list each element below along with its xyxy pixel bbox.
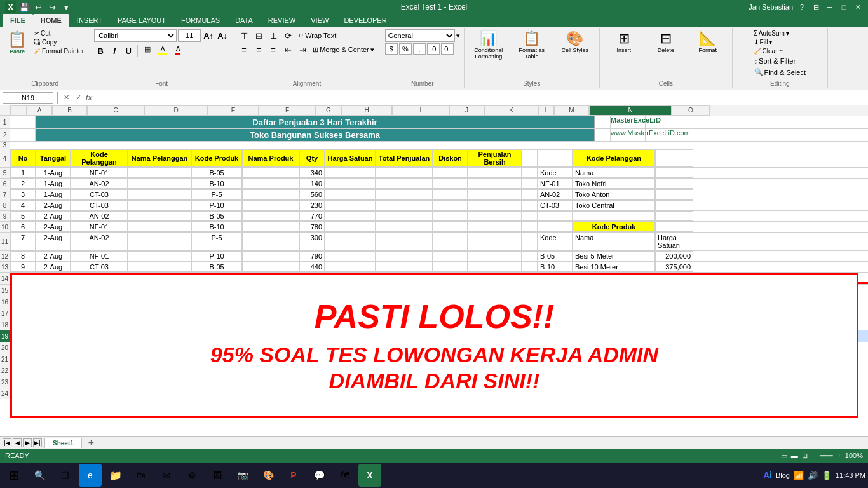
cell-C11[interactable]: AN-02 <box>71 233 128 250</box>
mail-button[interactable]: ✉ <box>155 464 178 487</box>
col-header-C[interactable]: C <box>87 105 144 116</box>
cell-L1[interactable] <box>595 116 611 128</box>
cell-K5[interactable] <box>468 168 522 178</box>
align-right-button[interactable]: ≡ <box>266 43 280 56</box>
col-header-I[interactable]: I <box>392 105 449 116</box>
cell-N13[interactable]: Besi 10 Meter <box>573 262 655 272</box>
cell-title-row2[interactable]: Toko Bangunan Sukses Bersama <box>36 129 595 141</box>
cell-M5-kode-lbl[interactable]: Kode <box>538 168 573 178</box>
align-middle-button[interactable]: ⊟ <box>252 29 266 42</box>
cell-B11[interactable]: 2-Aug <box>36 233 71 250</box>
find-select-button[interactable]: 🔍 Find & Select <box>752 67 808 78</box>
cell-B4-tanggal[interactable]: Tanggal <box>36 149 71 167</box>
formula-input[interactable] <box>95 94 865 102</box>
col-header-K[interactable]: K <box>484 105 538 116</box>
cell-O2[interactable] <box>728 129 766 141</box>
cell-C8[interactable]: CT-03 <box>71 200 128 210</box>
row-10-header[interactable]: 10 <box>0 222 10 232</box>
col-header-M[interactable]: M <box>554 105 589 116</box>
cell-G11[interactable]: 300 <box>299 233 325 250</box>
cell-L9[interactable] <box>522 211 538 221</box>
cell-D13[interactable] <box>128 262 191 272</box>
tab-file[interactable]: FILE <box>3 14 33 27</box>
cell-H10[interactable] <box>325 222 376 232</box>
col-header-D[interactable]: D <box>144 105 208 116</box>
row-16-header[interactable]: 16 <box>0 296 10 308</box>
cell-N6[interactable]: Toko Nofri <box>573 179 655 189</box>
increase-indent-button[interactable]: ⇥ <box>295 43 309 56</box>
row-15-header[interactable]: 15 <box>0 285 10 296</box>
cut-button[interactable]: ✂ Cut <box>32 29 86 37</box>
cell-I5[interactable] <box>376 168 433 178</box>
cell-M2[interactable]: www.MasterExceLiD.com <box>611 129 646 141</box>
cell-B12[interactable]: 2-Aug <box>36 251 71 261</box>
cell-J5[interactable] <box>433 168 468 178</box>
ribbon-toggle-icon[interactable]: ⊟ <box>811 2 821 12</box>
cell-K11[interactable] <box>468 233 522 250</box>
cell-D5[interactable] <box>128 168 191 178</box>
currency-button[interactable]: $ <box>385 43 398 55</box>
cell-D6[interactable] <box>128 179 191 189</box>
row-24-header[interactable]: 24 <box>0 388 10 399</box>
cell-O4[interactable] <box>655 149 693 167</box>
cell-A7[interactable]: 3 <box>10 189 36 200</box>
font-name-select[interactable]: Calibri <box>94 29 177 42</box>
col-header-J[interactable]: J <box>449 105 484 116</box>
powerpoint-button[interactable]: P <box>282 464 305 487</box>
cell-I9[interactable] <box>376 211 433 221</box>
cell-H4-harga-satuan[interactable]: Harga Satuan <box>325 149 376 167</box>
autosum-button[interactable]: Σ AutoSum ▾ <box>752 29 791 37</box>
cell-J11[interactable] <box>433 233 468 250</box>
cell-L5[interactable] <box>522 168 538 178</box>
cell-K13[interactable] <box>468 262 522 272</box>
excel-taskbar-button[interactable]: X <box>358 464 381 487</box>
clear-button[interactable]: 🧹 Clear ~ <box>752 47 785 55</box>
cell-M9[interactable] <box>538 211 573 221</box>
settings-button[interactable]: ⚙ <box>180 464 203 487</box>
align-bottom-button[interactable]: ⊥ <box>266 29 280 42</box>
row-4-header[interactable]: 4 <box>0 149 10 167</box>
format-button[interactable]: 📐 Format <box>688 29 728 55</box>
decrease-indent-button[interactable]: ⇤ <box>281 43 295 56</box>
cell-K10[interactable] <box>468 222 522 232</box>
minimize-icon[interactable]: ─ <box>825 2 835 12</box>
battery-icon[interactable]: 🔋 <box>822 471 832 480</box>
cell-K9[interactable] <box>468 211 522 221</box>
cell-M10[interactable] <box>538 222 573 232</box>
col-header-G[interactable]: G <box>316 105 341 116</box>
task-view-button[interactable]: ❑ <box>53 464 76 487</box>
underline-button[interactable]: U <box>122 44 135 57</box>
cell-J6[interactable] <box>433 179 468 189</box>
cell-D10[interactable] <box>128 222 191 232</box>
cell-M13[interactable]: B-10 <box>538 262 573 272</box>
cell-D8[interactable] <box>128 200 191 210</box>
cell-J7[interactable] <box>433 189 468 200</box>
tab-formulas[interactable]: FORMULAS <box>173 14 227 27</box>
cell-L11[interactable] <box>522 233 538 250</box>
cell-row3[interactable] <box>10 142 817 149</box>
cell-H7[interactable] <box>325 189 376 200</box>
cell-A2[interactable] <box>10 129 36 141</box>
cell-B7[interactable]: 1-Aug <box>36 189 71 200</box>
increase-decimal-button[interactable]: .0 <box>427 43 440 55</box>
tab-data[interactable]: DATA <box>227 14 261 27</box>
tab-developer[interactable]: DEVELOPER <box>336 14 394 27</box>
cell-E9[interactable]: B-05 <box>191 211 242 221</box>
cell-G4-qty[interactable]: Qty <box>299 149 325 167</box>
cell-A11[interactable]: 7 <box>10 233 36 250</box>
prev-sheet-button[interactable]: ◀ <box>13 438 22 447</box>
cell-F6[interactable] <box>242 179 299 189</box>
cell-G12[interactable]: 790 <box>299 251 325 261</box>
row-14-header[interactable]: 14 <box>0 273 10 284</box>
cell-B5[interactable]: 1-Aug <box>36 168 71 178</box>
row-1-header[interactable]: 1 <box>0 116 10 128</box>
save-icon[interactable]: 💾 <box>18 1 30 13</box>
cell-E5[interactable]: B-05 <box>191 168 242 178</box>
row-20-header[interactable]: 20 <box>0 342 10 353</box>
search-button[interactable]: 🔍 <box>28 464 51 487</box>
col-header-O[interactable]: O <box>672 105 710 116</box>
cell-A5[interactable]: 1 <box>10 168 36 178</box>
normal-view-icon[interactable]: ▭ <box>781 452 787 460</box>
cell-I11[interactable] <box>376 233 433 250</box>
maximize-icon[interactable]: □ <box>839 2 849 12</box>
